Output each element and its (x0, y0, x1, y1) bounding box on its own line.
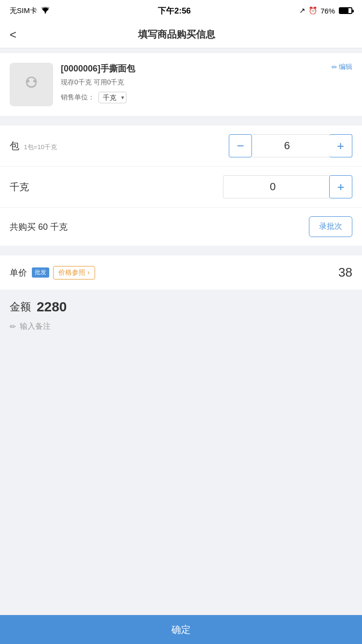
quantity-controls-bao: − + (229, 134, 352, 157)
total-row: 共购买 60 千克 录批次 (0, 207, 362, 246)
carrier-text: 无SIM卡 (10, 6, 37, 15)
edit-button[interactable]: ✏ 编辑 (332, 63, 352, 71)
batch-button[interactable]: 录批次 (309, 216, 352, 237)
alarm-icon: ⏰ (308, 6, 318, 15)
nav-bar: < 填写商品购买信息 (0, 21, 362, 48)
quantity-row-kg: 千克 + (0, 167, 362, 207)
minus-button-bao[interactable]: − (229, 134, 252, 157)
price-section: 单价 批发 价格参照 › 38 (0, 255, 362, 290)
status-right: ↗ ⏰ 76% (299, 6, 352, 15)
product-info: [0000006]手撕面包 ✏ 编辑 现存0千克 可用0千克 销售单位： 千克 (61, 63, 352, 103)
svg-point-1 (27, 80, 29, 83)
page-title: 填写商品购买信息 (20, 28, 333, 41)
quantity-input-bao[interactable] (252, 134, 329, 157)
product-image (10, 63, 53, 106)
quantity-controls-kg: + (223, 175, 352, 198)
quantity-label-kg: 千克 (10, 181, 48, 194)
amount-section: 金额 2280 ✏ 输入备注 (0, 290, 362, 615)
divider-2 (0, 246, 362, 251)
status-bar: 无SIM卡 下午2:56 ↗ ⏰ 76% (0, 0, 362, 21)
remark-text[interactable]: 输入备注 (20, 322, 51, 332)
product-section: [0000006]手撕面包 ✏ 编辑 现存0千克 可用0千克 销售单位： 千克 (0, 53, 362, 116)
price-tag: 批发 (32, 267, 49, 278)
quantity-row-bao: 包 1包=10千克 − + (0, 126, 362, 167)
wifi-icon (41, 7, 50, 15)
battery-icon (339, 7, 352, 14)
battery-percent: 76% (320, 7, 335, 15)
price-value: 38 (338, 265, 352, 280)
quantity-hint-bao: 1包=10千克 (24, 143, 57, 151)
status-carrier: 无SIM卡 (10, 6, 50, 15)
amount-row: 金额 2280 (10, 299, 352, 315)
product-stock: 现存0千克 可用0千克 (61, 78, 352, 87)
plus-button-bao[interactable]: + (329, 134, 352, 157)
svg-point-2 (33, 80, 36, 83)
remark-row[interactable]: ✏ 输入备注 (10, 322, 352, 332)
pencil-icon: ✏ (10, 322, 16, 331)
location-icon: ↗ (299, 6, 306, 15)
amount-label: 金额 (10, 300, 31, 314)
amount-value: 2280 (37, 299, 67, 315)
plus-button-kg[interactable]: + (329, 175, 352, 198)
back-button[interactable]: < (6, 24, 20, 45)
unit-label: 销售单位： (61, 93, 95, 102)
confirm-button[interactable]: 确定 (0, 615, 362, 644)
total-text: 共购买 60 千克 (10, 221, 309, 233)
divider-1 (0, 116, 362, 121)
product-unit-row: 销售单位： 千克 (61, 92, 352, 103)
quantity-section: 包 1包=10千克 − + 千克 + 共购买 60 千克 录批次 (0, 126, 362, 246)
price-ref-button[interactable]: 价格参照 › (53, 266, 95, 280)
quantity-input-kg[interactable] (223, 175, 329, 198)
product-name: [0000006]手撕面包 (61, 63, 135, 74)
price-row: 单价 批发 价格参照 › 38 (0, 255, 362, 290)
unit-select-wrapper[interactable]: 千克 (98, 92, 126, 103)
quantity-label-bao: 包 1包=10千克 (10, 140, 57, 153)
status-time: 下午2:56 (158, 5, 191, 16)
unit-select[interactable]: 千克 (98, 92, 126, 103)
price-label: 单价 (10, 267, 27, 279)
